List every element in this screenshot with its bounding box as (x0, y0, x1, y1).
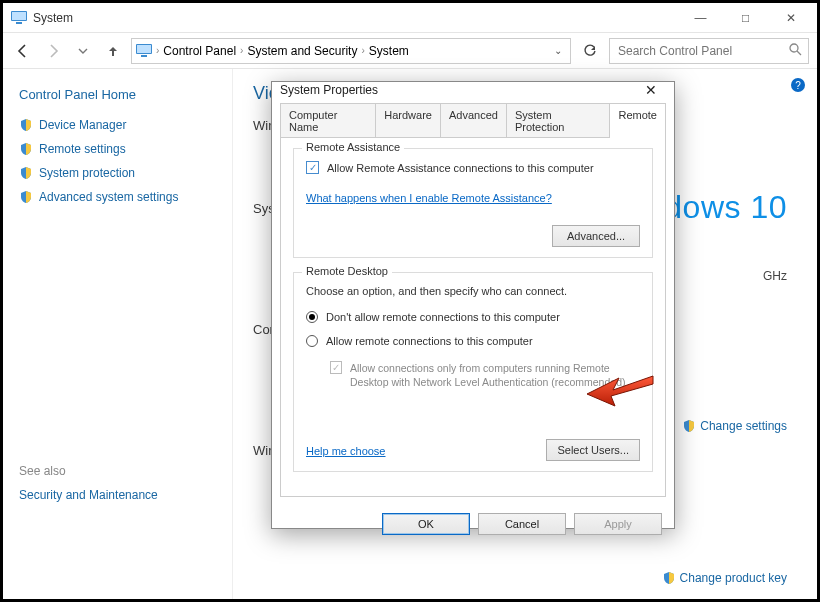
svg-rect-1 (12, 12, 26, 20)
tab-hardware[interactable]: Hardware (375, 103, 441, 138)
dialog-title: System Properties (280, 83, 636, 97)
chevron-right-icon: › (361, 45, 364, 56)
link-help-me-choose[interactable]: Help me choose (306, 445, 386, 457)
radio-dont-allow-remote[interactable]: Don't allow remote connections to this c… (306, 311, 560, 323)
left-nav: Control Panel Home Device Manager Remote… (3, 69, 233, 599)
system-icon (136, 44, 152, 58)
group-remote-assistance: Remote Assistance ✓ Allow Remote Assista… (293, 148, 653, 258)
tab-remote[interactable]: Remote (609, 103, 666, 138)
breadcrumb-system[interactable]: System (369, 44, 409, 58)
nav-item-label: Remote settings (39, 142, 126, 156)
see-also-heading: See also (19, 464, 216, 478)
maximize-button[interactable]: □ (723, 4, 768, 32)
nav-advanced-system-settings[interactable]: Advanced system settings (19, 190, 216, 204)
dialog-body: Remote Assistance ✓ Allow Remote Assista… (280, 137, 666, 497)
system-icon (11, 11, 27, 25)
address-bar[interactable]: › Control Panel › System and Security › … (131, 38, 571, 64)
svg-rect-2 (16, 22, 22, 24)
processor-ghz-suffix: GHz (763, 269, 787, 283)
group-remote-desktop: Remote Desktop Choose an option, and the… (293, 272, 653, 472)
window-buttons: — □ ✕ (678, 4, 813, 32)
change-settings-link[interactable]: Change settings (682, 419, 787, 433)
see-also-security-maintenance[interactable]: Security and Maintenance (19, 488, 216, 502)
nav-item-label: Device Manager (39, 118, 126, 132)
radio-icon (306, 311, 318, 323)
shield-icon (19, 142, 33, 156)
nav-remote-settings[interactable]: Remote settings (19, 142, 216, 156)
change-product-key-link[interactable]: Change product key (662, 571, 787, 585)
shield-icon (682, 419, 696, 433)
close-button[interactable]: ✕ (768, 4, 813, 32)
shield-icon (19, 118, 33, 132)
radio-icon (306, 335, 318, 347)
button-cancel[interactable]: Cancel (478, 513, 566, 535)
button-ok[interactable]: OK (382, 513, 470, 535)
window-title: System (33, 11, 73, 25)
change-settings-label: Change settings (700, 419, 787, 433)
svg-rect-5 (141, 55, 147, 57)
checkbox-allow-remote-assistance[interactable]: ✓ Allow Remote Assistance connections to… (306, 161, 594, 174)
address-dropdown-button[interactable]: ⌄ (550, 45, 566, 56)
chevron-right-icon: › (240, 45, 243, 56)
radio-label: Allow remote connections to this compute… (326, 335, 533, 347)
button-remote-assistance-advanced[interactable]: Advanced... (552, 225, 640, 247)
checkbox-label: Allow Remote Assistance connections to t… (327, 162, 594, 174)
chevron-right-icon: › (156, 45, 159, 56)
nav-item-label: System protection (39, 166, 135, 180)
nav-device-manager[interactable]: Device Manager (19, 118, 216, 132)
radio-allow-remote[interactable]: Allow remote connections to this compute… (306, 335, 533, 347)
shield-icon (662, 571, 676, 585)
nav-item-label: Advanced system settings (39, 190, 178, 204)
minimize-button[interactable]: — (678, 4, 723, 32)
shield-icon (19, 190, 33, 204)
dialog-action-bar: OK Cancel Apply (272, 505, 674, 547)
radio-label: Don't allow remote connections to this c… (326, 311, 560, 323)
group-legend-remote-desktop: Remote Desktop (302, 265, 392, 277)
button-select-users[interactable]: Select Users... (546, 439, 640, 461)
group-legend-remote-assistance: Remote Assistance (302, 141, 404, 153)
forward-button[interactable] (41, 39, 65, 63)
search-box[interactable] (609, 38, 809, 64)
svg-line-7 (797, 51, 801, 55)
up-button[interactable] (101, 39, 125, 63)
window-title-area: System (7, 11, 678, 25)
checkbox-label: Allow connections only from computers ru… (350, 361, 640, 389)
dialog-tabs: Computer Name Hardware Advanced System P… (272, 98, 674, 137)
tab-advanced[interactable]: Advanced (440, 103, 507, 138)
back-button[interactable] (11, 39, 35, 63)
svg-rect-4 (137, 45, 151, 53)
nav-system-protection[interactable]: System protection (19, 166, 216, 180)
checkbox-nla[interactable]: ✓ Allow connections only from computers … (330, 361, 640, 389)
checkbox-icon: ✓ (306, 161, 319, 174)
link-remote-assistance-help[interactable]: What happens when I enable Remote Assist… (306, 192, 552, 204)
window-titlebar: System — □ ✕ (3, 3, 817, 33)
refresh-button[interactable] (577, 38, 603, 64)
remote-desktop-intro: Choose an option, and then specify who c… (306, 285, 640, 297)
change-product-key-label: Change product key (680, 571, 787, 585)
dialog-titlebar: System Properties ✕ (272, 82, 674, 98)
tab-computer-name[interactable]: Computer Name (280, 103, 376, 138)
toolbar: › Control Panel › System and Security › … (3, 33, 817, 69)
control-panel-home-link[interactable]: Control Panel Home (19, 87, 216, 102)
button-apply[interactable]: Apply (574, 513, 662, 535)
search-input[interactable] (616, 43, 783, 59)
svg-point-6 (790, 44, 798, 52)
recent-locations-button[interactable] (71, 39, 95, 63)
system-properties-dialog: System Properties ✕ Computer Name Hardwa… (271, 81, 675, 529)
dialog-close-button[interactable]: ✕ (636, 82, 666, 98)
search-icon[interactable] (789, 43, 802, 59)
tab-system-protection[interactable]: System Protection (506, 103, 611, 138)
breadcrumb-control-panel[interactable]: Control Panel (163, 44, 236, 58)
checkbox-icon: ✓ (330, 361, 342, 374)
breadcrumb-system-security[interactable]: System and Security (247, 44, 357, 58)
shield-icon (19, 166, 33, 180)
